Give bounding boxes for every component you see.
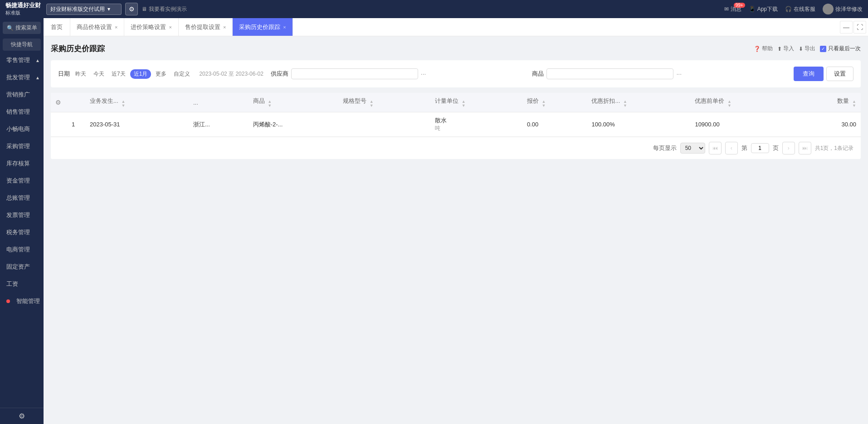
top-bar-center: 好业财标准版交付试用 ▾ ⚙ 🖥 我要看实例演示: [46, 3, 719, 15]
sort-arrows-unit[interactable]: ▲▼: [462, 100, 466, 108]
sidebar-item-label: 固定资产: [6, 263, 30, 271]
tab-sale-price[interactable]: 售价提取设置 ×: [179, 18, 233, 36]
sidebar-item-label: 零售管理: [6, 56, 30, 64]
version-label: 好业财标准版交付试用: [50, 5, 105, 13]
sidebar-item-assets[interactable]: 固定资产: [0, 258, 44, 275]
date-option-today[interactable]: 今天: [91, 69, 107, 79]
date-option-1month[interactable]: 近1月: [130, 69, 151, 79]
topbar-settings-button[interactable]: ⚙: [125, 3, 138, 15]
page-number-input[interactable]: [751, 143, 769, 153]
content-area: 首页 商品价格设置 × 进价策略设置 × 售价提取设置 × 采购历史价跟踪 × …: [44, 18, 868, 424]
top-bar-right: ✉ 消息 99+ 📱 App下载 🎧 在线客服 徐泽华修改: [724, 4, 863, 14]
page-last-button[interactable]: ⏭: [799, 142, 811, 154]
demo-button[interactable]: 🖥 我要看实例演示: [141, 5, 187, 13]
import-button[interactable]: ⬆ 导入: [777, 45, 794, 53]
online-service-button[interactable]: 🎧 在线客服: [785, 5, 815, 13]
row-gear: [51, 112, 67, 137]
export-label: 导出: [805, 45, 815, 53]
tab-maximize-button[interactable]: ⛶: [853, 21, 866, 34]
supplier-dots[interactable]: ···: [421, 70, 426, 77]
tab-history-price-close[interactable]: ×: [283, 24, 286, 30]
date-option-custom[interactable]: 自定义: [171, 69, 193, 79]
help-button[interactable]: ❓ 帮助: [754, 45, 773, 53]
table-col-gear: ⚙: [51, 93, 67, 112]
logo-sub: 标准版: [5, 10, 41, 16]
tab-history-price[interactable]: 采购历史价跟踪 ×: [233, 18, 293, 36]
checkbox-checked-icon: ✓: [820, 46, 826, 52]
page-header: 采购历史价跟踪 ❓ 帮助 ⬆ 导入 ⬇ 导出 ✓: [51, 43, 861, 54]
sidebar-item-purchase[interactable]: 采购管理: [0, 138, 44, 155]
product-input[interactable]: [546, 68, 673, 79]
filter-area: 日期 昨天 今天 近7天 近1月 更多 自定义 2023-05-02 至 202…: [51, 60, 861, 87]
page-label: 第: [741, 144, 747, 152]
sidebar-item-invoice[interactable]: 发票管理: [0, 207, 44, 224]
tab-home[interactable]: 首页: [44, 18, 70, 36]
table-col-spec: 规格型号 ▲▼: [338, 93, 430, 112]
sidebar-gear-icon[interactable]: ⚙: [19, 412, 25, 420]
sort-arrows-quantity[interactable]: ▲▼: [852, 100, 856, 108]
search-menu-button[interactable]: 🔍 搜索菜单: [3, 22, 41, 34]
product-dots[interactable]: ···: [676, 70, 682, 77]
tab-bar: 首页 商品价格设置 × 进价策略设置 × 售价提取设置 × 采购历史价跟踪 × …: [44, 18, 868, 36]
sidebar-item-tax[interactable]: 税务管理: [0, 224, 44, 241]
sidebar-item-label: 销售管理: [6, 108, 30, 116]
only-last-checkbox-label[interactable]: ✓ 只看最后一次: [820, 45, 861, 53]
help-icon: ❓: [754, 46, 761, 52]
sidebar-item-wholesale[interactable]: 批发管理 ▲: [0, 69, 44, 86]
sort-arrows-original-price[interactable]: ▲▼: [727, 100, 731, 108]
data-table-wrapper: ⚙ 业务发生... ▲▼ ... 商品: [51, 93, 861, 159]
app-download-button[interactable]: 📱 App下载: [749, 5, 778, 13]
sort-arrows-discount[interactable]: ▲▼: [623, 100, 627, 108]
gear-icon[interactable]: ⚙: [55, 99, 61, 106]
supplier-input[interactable]: [291, 68, 418, 79]
sidebar-item-label: 电商管理: [6, 246, 30, 254]
date-option-more[interactable]: 更多: [153, 69, 169, 79]
total-info: 共1页，1条记录: [815, 145, 853, 152]
monitor-icon: 🖥: [141, 6, 147, 12]
sidebar-item-retail[interactable]: 零售管理 ▲: [0, 52, 44, 69]
tab-home-label: 首页: [51, 23, 63, 31]
table-header: ⚙ 业务发生... ▲▼ ... 商品: [51, 93, 861, 112]
export-button[interactable]: ⬇ 导出: [799, 45, 815, 53]
per-page-select[interactable]: 10 20 50 100: [680, 143, 705, 154]
query-button[interactable]: 查询: [794, 67, 824, 81]
sort-arrows-product[interactable]: ▲▼: [268, 100, 272, 108]
tab-purchase-strategy-close[interactable]: ×: [169, 24, 171, 30]
tab-price[interactable]: 商品价格设置 ×: [70, 18, 124, 36]
page-first-button[interactable]: ⏮: [709, 142, 722, 154]
sidebar-item-ecommerce[interactable]: 电商管理: [0, 241, 44, 258]
table-row: 1 2023-05-31 浙江... 丙烯酸-2-... 散水吨 0.00 10…: [51, 112, 861, 137]
sidebar-item-inventory[interactable]: 库存核算: [0, 155, 44, 172]
tab-price-close[interactable]: ×: [115, 24, 117, 30]
sidebar-item-general-ledger[interactable]: 总账管理: [0, 189, 44, 207]
sidebar-item-label: 批发管理: [6, 73, 30, 82]
page-actions: ❓ 帮助 ⬆ 导入 ⬇ 导出 ✓ 只看最后一次: [754, 45, 861, 53]
tab-minimize-button[interactable]: —: [840, 21, 853, 34]
version-select[interactable]: 好业财标准版交付试用 ▾: [46, 4, 122, 15]
page-prev-button[interactable]: ‹: [725, 142, 738, 154]
user-menu[interactable]: 徐泽华修改: [823, 4, 863, 14]
quick-nav-button[interactable]: 快捷导航: [3, 39, 41, 51]
sidebar-item-finance[interactable]: 资金管理: [0, 172, 44, 189]
sort-arrows-date[interactable]: ▲▼: [121, 100, 125, 108]
sort-arrows-price[interactable]: ▲▼: [542, 100, 546, 108]
sidebar-item-ecommerce-small[interactable]: 小畅电商: [0, 120, 44, 138]
sidebar-item-sales[interactable]: 销售管理: [0, 103, 44, 120]
settings-button[interactable]: 设置: [826, 67, 853, 81]
tab-sale-price-close[interactable]: ×: [223, 24, 226, 30]
search-menu-label: 搜索菜单: [15, 24, 37, 32]
date-option-7days[interactable]: 近7天: [109, 69, 128, 79]
sidebar-item-label: 智能管理: [16, 297, 40, 305]
row-unit: 散水吨: [430, 112, 522, 137]
tab-purchase-strategy[interactable]: 进价策略设置 ×: [124, 18, 178, 36]
sidebar-item-salary[interactable]: 工资: [0, 275, 44, 293]
message-button[interactable]: ✉ 消息 99+: [724, 5, 741, 13]
sort-arrows-spec[interactable]: ▲▼: [370, 100, 374, 108]
table-col-product: 商品 ▲▼: [249, 93, 339, 112]
avatar: [823, 4, 834, 14]
sidebar-item-marketing[interactable]: 营销推广: [0, 86, 44, 103]
page-next-button[interactable]: ›: [782, 142, 795, 154]
sidebar-item-smart[interactable]: 智能管理: [0, 293, 44, 310]
sidebar-item-label: 小畅电商: [6, 125, 30, 133]
date-option-yesterday[interactable]: 昨天: [73, 69, 89, 79]
